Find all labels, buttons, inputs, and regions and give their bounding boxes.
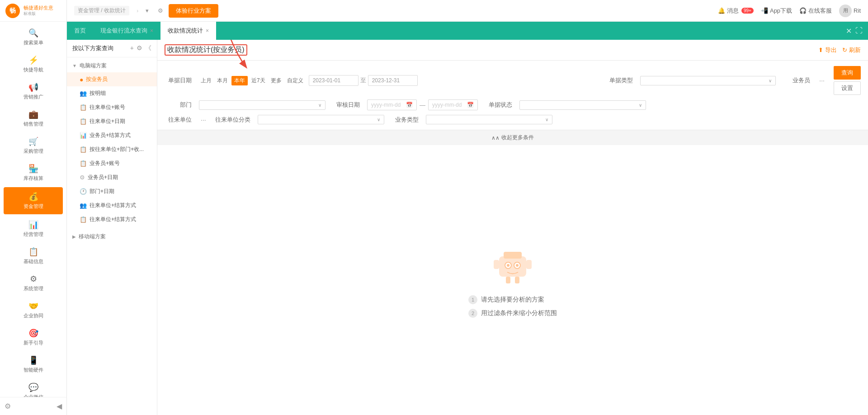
tab-receipt-stats-label: 收款情况统计 xyxy=(168,27,203,35)
tab-bank-flow-close[interactable]: × xyxy=(150,28,153,34)
svg-point-6 xyxy=(516,264,519,267)
sidebar-item-smart-hw[interactable]: 📱 智能硬件 xyxy=(0,351,66,378)
operation-icon: 📊 xyxy=(28,220,38,230)
shortcut-this-year[interactable]: 本年 xyxy=(231,76,248,85)
shortcut-this-month[interactable]: 本月 xyxy=(215,76,230,85)
counterpart-category-select[interactable]: ∨ xyxy=(258,115,384,124)
shortcut-more[interactable]: 更多 xyxy=(269,76,283,85)
audit-to-input[interactable]: yyyy-mm-dd 📅 xyxy=(428,99,478,110)
biz-type-select[interactable]: ∨ xyxy=(426,115,552,124)
notification-btn[interactable]: 🔔 消息 99+ xyxy=(718,7,754,15)
sidebar-item-enterprise[interactable]: 🤝 企业协同 xyxy=(0,297,66,324)
tab-receipt-stats[interactable]: 收款情况统计 × xyxy=(160,22,216,40)
tab-bank-flow[interactable]: 现金银行流水查询 × xyxy=(93,22,160,40)
topbar-actions: 🔔 消息 99+ 📲 App下载 🎧 在线客服 用 Rit xyxy=(718,5,861,17)
sidebar-item-search[interactable]: 🔍 搜索菜单 xyxy=(0,24,66,51)
system-icon: ⚙ xyxy=(30,274,37,284)
shortcut-custom[interactable]: 自定义 xyxy=(285,76,305,85)
tab-maximize-icon[interactable]: ⛶ xyxy=(855,27,863,35)
collapse-button[interactable]: ∧∧ 收起更多条件 xyxy=(491,134,534,141)
scheme-label: 业务员+结算方式 xyxy=(90,132,131,139)
expand-icon: ▼ xyxy=(72,63,77,68)
sidebar-item-wechat[interactable]: 💬 企业微信 xyxy=(0,378,66,397)
filter-row-3: 往来单位 ··· 往来单位分类 ∨ 业务类型 ∨ xyxy=(165,115,861,124)
sidebar-item-marketing[interactable]: 📢 营销推广 xyxy=(0,78,66,105)
sidebar-item-quick-nav[interactable]: ⚡ 快捷导航 xyxy=(0,51,66,78)
audit-from-input[interactable]: yyyy-mm-dd 📅 xyxy=(367,99,417,110)
scheme-by-detail[interactable]: 👥 按明细 xyxy=(67,86,157,100)
add-scheme-icon[interactable]: + xyxy=(130,44,134,52)
svg-rect-10 xyxy=(515,277,519,283)
scheme-counterpart-settlement2[interactable]: 📋 往来单位+结算方式 xyxy=(67,212,157,226)
user-avatar[interactable]: 用 Rit xyxy=(839,5,861,17)
sidebar: 畅 畅捷通好生意 标准版 🔍 搜索菜单 ⚡ 快捷导航 📢 营销推广 💼 销售管理… xyxy=(0,0,67,415)
export-button[interactable]: ⬆ 导出 xyxy=(818,46,837,54)
scheme-salesperson-date[interactable]: ⚙ 业务员+日期 xyxy=(67,170,157,184)
sidebar-item-basic[interactable]: 📋 基础信息 xyxy=(0,242,66,269)
scheme-settings-icon[interactable]: ⚙ xyxy=(137,44,142,52)
dept-arrow: ∨ xyxy=(318,103,321,108)
scheme-label: 按往来单位+部门+收... xyxy=(90,146,144,153)
mobile-section-header[interactable]: ▶ 移动端方案 xyxy=(67,230,157,243)
date-label: 单据日期 xyxy=(165,76,192,85)
shortcut-last-month[interactable]: 上月 xyxy=(199,76,213,85)
tab-receipt-stats-close[interactable]: × xyxy=(206,28,209,34)
sidebar-item-label: 经营管理 xyxy=(24,231,43,238)
date-input-group: 至 xyxy=(309,75,418,86)
scheme-label: 部门+日期 xyxy=(90,188,114,195)
date-to-input[interactable] xyxy=(368,75,418,86)
collapse-panel-icon[interactable]: 《 xyxy=(145,44,151,52)
scheme-by-salesperson[interactable]: ● 按业务员 xyxy=(67,72,157,86)
dept-select[interactable]: ∨ xyxy=(199,100,326,110)
scheme-counterpart-account[interactable]: 📋 往来单位+账号 xyxy=(67,100,157,114)
scheme-counterpart-settlement1[interactable]: 👥 往来单位+结算方式 xyxy=(67,198,157,212)
scheme-counterpart-dept[interactable]: 📋 按往来单位+部门+收... xyxy=(67,142,157,156)
customer-service-btn[interactable]: 🎧 在线客服 xyxy=(799,7,832,15)
sidebar-item-label: 智能硬件 xyxy=(24,367,43,373)
sidebar-item-sales[interactable]: 💼 销售管理 xyxy=(0,105,66,132)
biz-type-arrow: ∨ xyxy=(545,117,548,122)
export-icon: ⬆ xyxy=(818,47,823,53)
footer-settings-icon[interactable]: ⚙ xyxy=(5,402,11,410)
sidebar-item-system[interactable]: ⚙ 系统管理 xyxy=(0,269,66,297)
shortcut-last7[interactable]: 近7天 xyxy=(250,76,267,85)
desktop-section-header[interactable]: ▼ 电脑端方案 xyxy=(67,59,157,72)
refresh-button[interactable]: ↻ 刷新 xyxy=(842,46,861,54)
headset-icon: 🎧 xyxy=(799,7,807,14)
query-button[interactable]: 查询 xyxy=(834,66,861,80)
audit-to-placeholder: yyyy-mm-dd xyxy=(432,102,462,108)
doc-type-select[interactable]: ∨ xyxy=(640,76,776,85)
scheme-salesperson-settlement[interactable]: 📊 业务员+结算方式 xyxy=(67,128,157,142)
topbar-settings-icon[interactable]: ⚙ xyxy=(158,7,163,14)
search-icon: 🔍 xyxy=(28,28,38,38)
sidebar-item-purchase[interactable]: 🛒 采购管理 xyxy=(0,132,66,159)
date-from-input[interactable] xyxy=(309,75,359,86)
doc-status-select[interactable]: ∨ xyxy=(519,100,646,110)
scheme-salesperson-account[interactable]: 📋 业务员+账号 xyxy=(67,156,157,170)
doc-status-arrow: ∨ xyxy=(639,103,642,108)
footer-collapse-icon[interactable]: ◀ xyxy=(57,402,62,410)
collapse-label: 收起更多条件 xyxy=(501,134,534,141)
trial-button[interactable]: 体验行业方案 xyxy=(169,4,218,18)
sidebar-item-warehouse[interactable]: 🏪 库存核算 xyxy=(0,159,66,186)
scheme-label: 业务员+账号 xyxy=(90,160,120,167)
audit-date-label: 审核日期 xyxy=(333,101,360,109)
scheme-dept-date[interactable]: 🕐 部门+日期 xyxy=(67,184,157,198)
settings-button[interactable]: 设置 xyxy=(834,81,861,95)
audit-date-group: yyyy-mm-dd 📅 — yyyy-mm-dd 📅 xyxy=(367,99,478,110)
topbar-dropdown-arrow[interactable]: ▾ xyxy=(146,7,149,14)
finance-icon: 💰 xyxy=(28,192,38,202)
scheme-label: 往来单位+结算方式 xyxy=(90,202,136,209)
sidebar-item-finance[interactable]: 💰 资金管理 xyxy=(4,187,63,214)
salesperson-more-icon[interactable]: ··· xyxy=(819,77,825,84)
tab-bank-flow-label: 现金银行流水查询 xyxy=(100,27,147,35)
notification-icon: 🔔 xyxy=(718,7,725,14)
scheme-counterpart-date[interactable]: 📋 往来单位+日期 xyxy=(67,114,157,128)
app-download-btn[interactable]: 📲 App下载 xyxy=(761,7,792,15)
tab-home[interactable]: 首页 xyxy=(67,22,93,40)
counterpart-more-icon[interactable]: ··· xyxy=(201,116,206,123)
tab-close-all-icon[interactable]: ✕ xyxy=(846,27,852,35)
sidebar-item-guide[interactable]: 🎯 新手引导 xyxy=(0,324,66,351)
sidebar-item-operation[interactable]: 📊 经营管理 xyxy=(0,215,66,242)
doc-type-label: 单据类型 xyxy=(606,76,633,85)
